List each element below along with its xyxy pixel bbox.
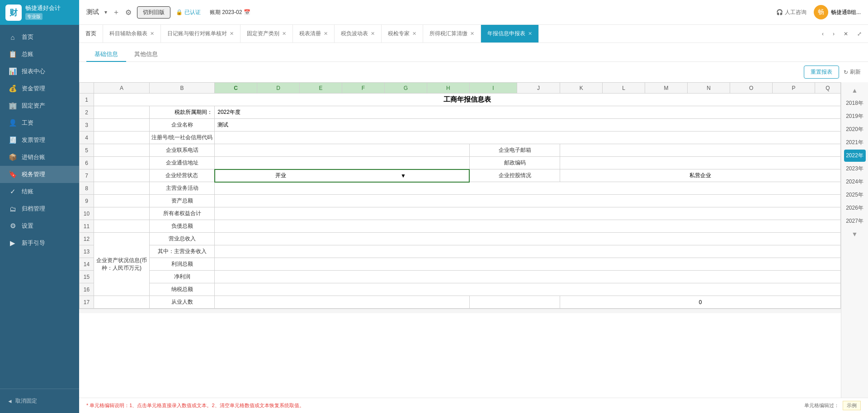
year-item[interactable]: 2020年 bbox=[844, 123, 866, 136]
cell-17K[interactable]: 0 bbox=[560, 296, 841, 309]
sidebar-item-archive[interactable]: 🗂归档管理 bbox=[0, 200, 79, 217]
col-header-M[interactable]: M bbox=[645, 83, 688, 94]
sidebar-item-closing[interactable]: ✓结账 bbox=[0, 183, 79, 200]
col-header-B[interactable]: B bbox=[149, 83, 214, 94]
year-scroll-down[interactable]: ▼ bbox=[847, 229, 863, 239]
col-header-H[interactable]: H bbox=[427, 83, 469, 94]
cell-15C[interactable] bbox=[215, 271, 841, 283]
year-item[interactable]: 2024年 bbox=[844, 176, 866, 188]
year-item[interactable]: 2022年 bbox=[844, 150, 866, 162]
col-header-P[interactable]: P bbox=[773, 83, 815, 94]
tab-close-icon[interactable]: ✕ bbox=[150, 31, 154, 37]
switch-old-button[interactable]: 切到旧版 bbox=[137, 6, 170, 19]
col-header-L[interactable]: L bbox=[603, 83, 645, 94]
col-header-C[interactable]: C bbox=[215, 83, 257, 94]
cell-8C[interactable] bbox=[215, 182, 841, 195]
col-header-J[interactable]: J bbox=[517, 83, 560, 94]
sidebar-item-tax[interactable]: 🔖税务管理 bbox=[0, 166, 79, 183]
tab-close-icon[interactable]: ✕ bbox=[470, 31, 474, 37]
tab-7[interactable]: 所得税汇算清缴 ✕ bbox=[423, 25, 481, 43]
tab-4[interactable]: 税表清册 ✕ bbox=[293, 25, 335, 43]
dropdown-arrow-icon[interactable]: ▾ bbox=[104, 9, 107, 15]
cell-7C[interactable]: 开业 ▼ bbox=[215, 169, 470, 182]
year-item[interactable]: 2025年 bbox=[844, 189, 866, 201]
sidebar-item-settings[interactable]: ⚙设置 bbox=[0, 217, 79, 235]
tab-close-icon[interactable]: ✕ bbox=[371, 31, 375, 37]
col-header-D[interactable]: D bbox=[257, 83, 300, 94]
col-header-Q[interactable]: Q bbox=[815, 83, 841, 94]
tab-3[interactable]: 固定资产类别 ✕ bbox=[241, 25, 293, 43]
tab-6[interactable]: 税检专家 ✕ bbox=[382, 25, 423, 43]
tab-5[interactable]: 税负波动表 ✕ bbox=[335, 25, 382, 43]
col-header-F[interactable]: F bbox=[342, 83, 385, 94]
col-header-N[interactable]: N bbox=[688, 83, 730, 94]
cell-11C[interactable] bbox=[215, 220, 841, 233]
cell-3C[interactable]: 测试 bbox=[215, 119, 841, 131]
year-item[interactable]: 2027年 bbox=[844, 215, 866, 227]
cell-2B: 税款所属期间： bbox=[149, 106, 214, 119]
tab-close-icon[interactable]: ✕ bbox=[324, 31, 328, 37]
col-header-O[interactable]: O bbox=[730, 83, 773, 94]
sidebar-item-ledger[interactable]: 📋总账 bbox=[0, 46, 79, 63]
user-menu[interactable]: 畅 畅捷通B组... bbox=[814, 5, 861, 19]
cell-5K[interactable] bbox=[560, 144, 841, 157]
sidebar-item-purchase[interactable]: 📦进销台账 bbox=[0, 149, 79, 166]
calendar-icon[interactable]: 📅 bbox=[244, 9, 250, 15]
year-scroll-up[interactable]: ▲ bbox=[847, 85, 863, 96]
refresh-button[interactable]: ↻ 刷新 bbox=[844, 68, 861, 76]
cell-12C[interactable] bbox=[215, 233, 841, 245]
settings-icon[interactable]: ⚙ bbox=[125, 8, 132, 17]
col-header-E[interactable]: E bbox=[300, 83, 342, 94]
tab-close-icon[interactable]: ✕ bbox=[282, 31, 286, 37]
tab-8[interactable]: 年报信息申报表 ✕ bbox=[481, 25, 539, 43]
year-item[interactable]: 2026年 bbox=[844, 202, 866, 214]
consult-button[interactable]: 🎧 人工咨询 bbox=[776, 9, 807, 16]
cell-6C[interactable] bbox=[215, 157, 470, 169]
cell-9C[interactable] bbox=[215, 195, 841, 207]
tab-close-icon[interactable]: ✕ bbox=[412, 31, 416, 37]
cancel-fixed-btn[interactable]: ◄ 取消固定 bbox=[0, 394, 79, 408]
col-header-G[interactable]: G bbox=[384, 83, 427, 94]
col-header-A[interactable]: A bbox=[94, 83, 150, 94]
sidebar-item-home[interactable]: ⌂首页 bbox=[0, 28, 79, 46]
col-header-I[interactable]: I bbox=[469, 83, 517, 94]
cell-13C[interactable] bbox=[215, 245, 841, 258]
cell-7K[interactable]: 私营企业 bbox=[560, 169, 841, 182]
year-item[interactable]: 2021年 bbox=[844, 136, 866, 149]
sidebar-item-assets[interactable]: 🏢固定资产 bbox=[0, 97, 79, 114]
cell-16C[interactable] bbox=[215, 283, 841, 296]
tab-next-icon[interactable]: › bbox=[830, 30, 837, 38]
tab-close-all-icon[interactable]: ✕ bbox=[841, 30, 851, 38]
tab-prev-icon[interactable]: ‹ bbox=[819, 30, 826, 38]
cell-6K[interactable] bbox=[560, 157, 841, 169]
tab-close-icon[interactable]: ✕ bbox=[230, 31, 234, 37]
add-tab-icon[interactable]: ＋ bbox=[113, 8, 120, 17]
tab-close-icon[interactable]: ✕ bbox=[528, 31, 532, 37]
sheet-title[interactable]: 工商年报信息表 bbox=[94, 94, 841, 106]
tab-expand-icon[interactable]: ⤢ bbox=[854, 30, 864, 38]
sidebar-item-invoice[interactable]: 🧾发票管理 bbox=[0, 131, 79, 149]
reset-report-button[interactable]: 重置报表 bbox=[804, 66, 839, 79]
cell-2C[interactable]: 2022年度 bbox=[215, 106, 841, 119]
sub-tab-1[interactable]: 其他信息 bbox=[126, 47, 166, 62]
cell-17C[interactable] bbox=[215, 296, 470, 309]
h-scrollbar[interactable] bbox=[79, 309, 841, 313]
sidebar-item-capital[interactable]: 💰资金管理 bbox=[0, 80, 79, 97]
tab-1[interactable]: 科目辅助余额表 ✕ bbox=[103, 25, 161, 43]
year-item[interactable]: 2018年 bbox=[844, 97, 866, 109]
year-item[interactable]: 2019年 bbox=[844, 110, 866, 122]
cell-10C[interactable] bbox=[215, 207, 841, 220]
tab-label: 税负波动表 bbox=[341, 30, 368, 38]
cell-4C[interactable] bbox=[215, 131, 841, 144]
sidebar-item-reports[interactable]: 📊报表中心 bbox=[0, 63, 79, 80]
sidebar-item-wages[interactable]: 👤工资 bbox=[0, 114, 79, 131]
col-header-K[interactable]: K bbox=[560, 83, 603, 94]
spreadsheet[interactable]: A B C D E F G H I J K L M bbox=[79, 82, 841, 398]
cell-14C[interactable] bbox=[215, 258, 841, 271]
cell-5C[interactable] bbox=[215, 144, 470, 157]
sub-tab-0[interactable]: 基础信息 bbox=[86, 47, 126, 62]
sidebar-item-guide[interactable]: ▶新手引导 bbox=[0, 235, 79, 252]
year-item[interactable]: 2023年 bbox=[844, 163, 866, 175]
tab-2[interactable]: 日记账与银行对账单核对 ✕ bbox=[161, 25, 241, 43]
tab-0[interactable]: 首页 bbox=[79, 25, 103, 43]
